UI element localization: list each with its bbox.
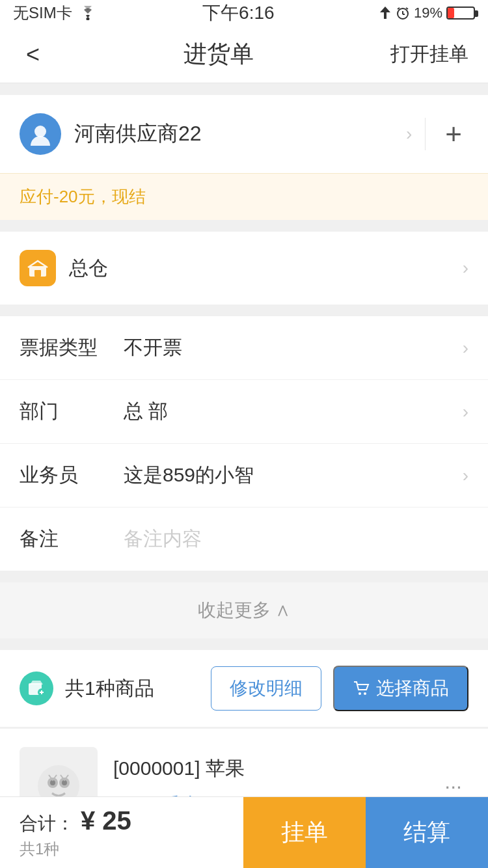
battery-percent: 19% [414,5,442,21]
product-count-text: 共1种商品 [65,675,211,702]
collapse-bar[interactable]: 收起更多 ∧ [0,582,488,638]
edit-detail-button[interactable]: 修改明细 [211,666,321,711]
supplier-notice: 应付-20元，现结 [0,173,488,220]
supplier-row[interactable]: 河南供应商22 › + [0,95,488,173]
svg-point-13 [359,692,361,695]
invoice-type-value: 不开票 [124,334,463,361]
hang-button[interactable]: 挂单 [243,797,366,869]
salesperson-chevron-icon: › [463,465,468,486]
back-button[interactable]: < [20,34,46,75]
remark-label: 备注 [20,526,124,552]
svg-line-5 [406,8,408,9]
warehouse-icon [20,250,56,286]
svg-rect-8 [34,270,41,277]
select-product-button[interactable]: 选择商品 [333,666,468,711]
svg-point-0 [86,18,89,21]
wifi-icon [77,6,98,20]
warehouse-row[interactable]: 总仓 › [0,232,488,305]
total-amount: ¥ 25 [81,806,131,835]
department-row[interactable]: 部门 总 部 › [0,380,488,444]
open-hang-button[interactable]: 打开挂单 [390,41,468,68]
svg-line-4 [398,8,400,9]
location-icon [379,6,392,20]
supplier-section: 河南供应商22 › + 应付-20元，现结 [0,95,488,220]
invoice-type-chevron-icon: › [463,338,468,359]
salesperson-value: 这是859的小智 [124,462,463,489]
battery-icon [446,7,475,20]
bottom-bar: 合计： ¥ 25 共1种 挂单 结算 [0,796,488,868]
status-right: 19% [379,5,475,21]
warehouse-name: 总仓 [69,255,463,282]
supplier-name: 河南供应商22 [74,120,406,148]
divider [425,118,426,150]
status-left: 无SIM卡 [13,3,98,23]
product-title: 苹果 [206,757,245,779]
remark-placeholder: 备注内容 [124,526,468,552]
status-bar: 无SIM卡 下午6:16 19% [0,0,488,26]
product-count-icon [20,671,53,705]
warehouse-section[interactable]: 总仓 › [0,232,488,305]
total-count: 共1种 [20,839,224,860]
department-value: 总 部 [124,398,463,425]
add-supplier-button[interactable]: + [439,118,468,150]
nav-bar: < 进货单 打开挂单 [0,26,488,83]
department-chevron-icon: › [463,401,468,422]
cart-icon [353,681,371,696]
form-section: 票据类型 不开票 › 部门 总 部 › 业务员 这是859的小智 › 备注 备注… [0,316,488,571]
select-product-label: 选择商品 [376,676,449,701]
total-section: 合计： ¥ 25 共1种 [0,806,243,860]
department-label: 部门 [20,398,124,425]
total-text: 合计： [20,811,74,836]
invoice-type-label: 票据类型 [20,334,124,361]
warehouse-chevron-icon: › [463,258,468,278]
product-code: [0000001] [113,757,200,779]
salesperson-label: 业务员 [20,462,124,489]
total-label: 合计： ¥ 25 [20,806,224,836]
alarm-icon [396,6,410,20]
supplier-avatar [20,113,61,155]
remark-row[interactable]: 备注 备注内容 [0,508,488,571]
carrier-text: 无SIM卡 [13,3,72,23]
checkout-button[interactable]: 结算 [366,797,488,869]
status-time: 下午6:16 [202,1,275,25]
invoice-type-row[interactable]: 票据类型 不开票 › [0,316,488,380]
product-name: [0000001] 苹果 [113,755,438,782]
product-header: 共1种商品 修改明细 选择商品 [0,650,488,727]
page-title: 进货单 [183,38,254,70]
svg-point-14 [364,692,366,695]
salesperson-row[interactable]: 业务员 这是859的小智 › [0,444,488,508]
svg-point-6 [34,126,46,137]
chevron-right-icon: › [406,124,412,144]
